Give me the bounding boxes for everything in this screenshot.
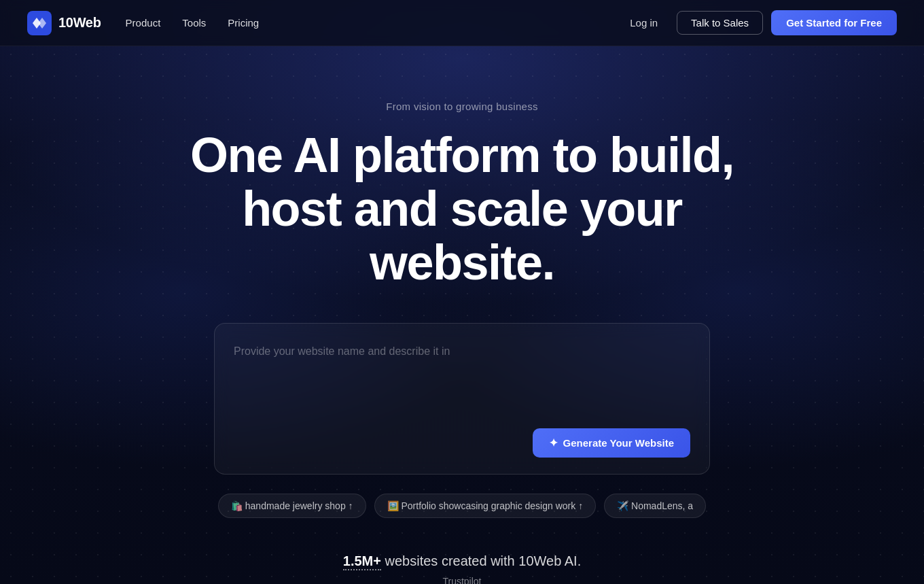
example-pills: 🛍️ handmade jewelry shop ↑ 🖼️ Portfolio … — [218, 494, 706, 518]
generator-box: ✦ Generate Your Website — [214, 323, 710, 475]
stats-number: 1.5M+ — [343, 553, 381, 570]
nav-item-product[interactable]: Product — [126, 17, 161, 29]
website-description-input[interactable] — [234, 343, 690, 417]
nav-item-pricing[interactable]: Pricing — [228, 17, 259, 29]
generate-label: Generate Your Website — [563, 437, 674, 449]
pill-nomad-text: ✈️ NomadLens, a — [617, 500, 693, 511]
nav-links: Product Tools Pricing — [126, 17, 260, 29]
nav-item-tools[interactable]: Tools — [182, 17, 206, 29]
pill-nomad[interactable]: ✈️ NomadLens, a — [604, 494, 706, 518]
hero-title-line1: One AI platform to build, — [190, 128, 734, 182]
trustpilot-link[interactable]: Trustpilot — [442, 576, 481, 584]
stats-row: 1.5M+ websites created with 10Web AI. Tr… — [343, 553, 581, 584]
pill-jewelry[interactable]: 🛍️ handmade jewelry shop ↑ — [218, 494, 366, 518]
hero-subtitle: From vision to growing business — [386, 101, 538, 112]
pill-portfolio-text: 🖼️ Portfolio showcasing graphic design w… — [387, 500, 584, 511]
sparkle-icon: ✦ — [549, 436, 558, 449]
nav-link-tools[interactable]: Tools — [182, 17, 206, 29]
stats-description: websites created with 10Web AI. — [385, 553, 582, 568]
generate-website-button[interactable]: ✦ Generate Your Website — [533, 428, 690, 458]
nav-right: Log in Talk to Sales Get Started for Fre… — [619, 10, 897, 35]
talk-to-sales-button[interactable]: Talk to Sales — [677, 11, 763, 35]
logo-link[interactable]: 10Web — [27, 11, 101, 35]
login-button[interactable]: Log in — [619, 12, 669, 34]
get-started-button[interactable]: Get Started for Free — [771, 10, 897, 35]
hero-title: One AI platform to build, host and scale… — [183, 128, 741, 290]
hero-title-line2: host and scale your website. — [183, 182, 741, 290]
hero-section: From vision to growing business One AI p… — [0, 46, 924, 584]
nav-link-pricing[interactable]: Pricing — [228, 17, 259, 29]
pill-jewelry-text: 🛍️ handmade jewelry shop ↑ — [231, 500, 353, 511]
stats-text: 1.5M+ websites created with 10Web AI. — [343, 553, 581, 569]
pill-portfolio[interactable]: 🖼️ Portfolio showcasing graphic design w… — [374, 494, 597, 518]
nav-link-product[interactable]: Product — [126, 17, 161, 29]
logo-text: 10Web — [58, 15, 101, 31]
generator-footer: ✦ Generate Your Website — [234, 428, 690, 458]
navbar: 10Web Product Tools Pricing Log in Talk … — [0, 0, 924, 46]
logo-icon — [27, 11, 52, 35]
